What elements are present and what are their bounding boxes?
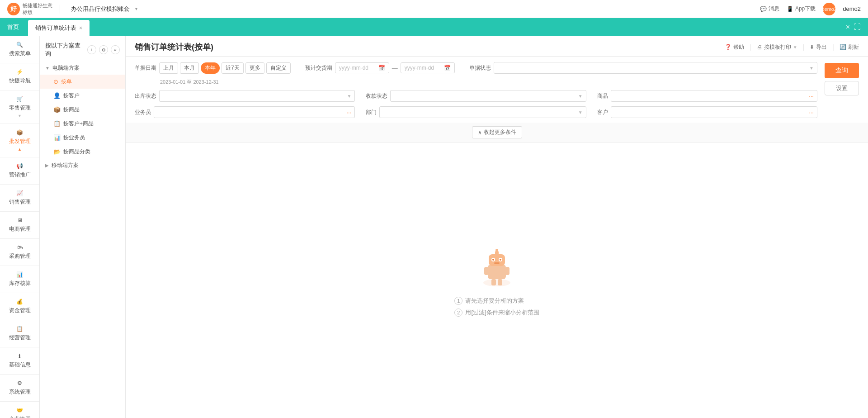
tab-bar: 首页 销售订单统计表 × × ⛶: [0, 18, 868, 36]
quick-nav-icon: ⚡: [16, 69, 23, 75]
system-icon: ⚙: [17, 380, 22, 386]
username-label: demo2: [843, 5, 861, 12]
delivery-date-end-input[interactable]: yyyy-mm-dd 📅: [401, 62, 455, 73]
tab-home[interactable]: 首页: [0, 18, 26, 36]
add-scheme-btn[interactable]: +: [87, 45, 96, 54]
print-action[interactable]: 🖨 按模板打印 ▼: [757, 43, 797, 51]
tab-close-icon[interactable]: ×: [79, 25, 82, 31]
salesperson-group: 业务员 ···: [135, 106, 355, 118]
product-input[interactable]: [611, 90, 817, 102]
sidebar-item-system[interactable]: ⚙ 系统管理: [0, 375, 39, 402]
scheme-item-by-customer-product[interactable]: 📋 按客户+商品: [40, 117, 125, 131]
scheme-item-by-product-category[interactable]: 📂 按商品分类: [40, 145, 125, 159]
help-icon: ❓: [725, 44, 731, 50]
mobile-group-label: 移动端方案: [52, 162, 79, 169]
message-action[interactable]: 💬 消息: [760, 5, 779, 13]
salesperson-ellipsis-icon[interactable]: ···: [346, 109, 351, 116]
export-icon: ⬇: [810, 44, 814, 50]
query-button[interactable]: 查询: [825, 63, 859, 78]
receipt-status-select-wrap: ▼: [390, 90, 586, 102]
pc-scheme-group: ▼ 电脑端方案 ⊙ 按单 👤 按客户 📦 按商品 📋 按客户+商品: [40, 62, 125, 159]
department-label: 部门: [366, 109, 377, 116]
date-btn-this-year[interactable]: 本年: [201, 62, 220, 74]
customer-input-wrap: ···: [611, 106, 817, 118]
tab-active[interactable]: 销售订单统计表 ×: [28, 20, 90, 36]
help-action[interactable]: ❓ 帮助: [725, 43, 744, 51]
scheme-item-by-salesperson[interactable]: 📊 按业务员: [40, 131, 125, 145]
receipt-status-select[interactable]: [390, 90, 586, 102]
product-ellipsis-icon[interactable]: ···: [809, 93, 814, 100]
app-dropdown-arrow[interactable]: ▾: [135, 6, 137, 11]
sidebar-item-marketing[interactable]: 📢 营销推广: [0, 157, 39, 185]
empty-state: 1 请先选择要分析的方案 2 用[过滤]条件来缩小分析范围: [126, 142, 868, 418]
left-filters: 单据日期 上月 本月 本年 近7天 更多 自定义: [135, 62, 817, 123]
sidebar-item-wholesale[interactable]: 📦 批发管理 ▲: [0, 124, 39, 157]
filter-section: 单据日期 上月 本月 本年 近7天 更多 自定义: [126, 57, 868, 142]
sidebar-item-enterprise[interactable]: 🤝 企业协同: [0, 402, 39, 418]
scheme-settings-btn[interactable]: ⚙: [99, 45, 108, 54]
svg-rect-4: [491, 279, 496, 285]
wholesale-arrow-icon: ▲: [18, 147, 22, 152]
settings-button[interactable]: 设置: [825, 81, 859, 95]
delivery-status-select[interactable]: [159, 90, 355, 102]
sidebar-item-quick-nav[interactable]: ⚡ 快捷导航: [0, 63, 39, 90]
tab-minimize-btn[interactable]: ×: [846, 23, 850, 31]
operation-icon: 📋: [16, 326, 23, 332]
refresh-action[interactable]: 🔄 刷新: [840, 43, 859, 51]
svg-point-9: [492, 259, 494, 261]
date-btn-last-month[interactable]: 上月: [159, 62, 178, 74]
salesperson-input[interactable]: [154, 106, 355, 118]
sidebar-item-finance[interactable]: 💰 资金管理: [0, 293, 39, 320]
mobile-scheme-group-header[interactable]: ▶ 移动端方案: [40, 159, 125, 172]
right-buttons: 查询 设置: [817, 62, 859, 95]
delivery-status-label: 出库状态: [135, 92, 156, 100]
avatar[interactable]: demo2: [823, 3, 835, 15]
main-layout: 🔍 搜索菜单 ⚡ 快捷导航 🛒 零售管理 ▼ 📦 批发管理 ▲ 📢 营销推广 📈…: [0, 36, 868, 418]
sidebar-item-operation[interactable]: 📋 经营管理: [0, 320, 39, 347]
sidebar-item-retail[interactable]: 🛒 零售管理 ▼: [0, 90, 39, 124]
divider2: |: [803, 43, 805, 51]
export-action[interactable]: ⬇ 导出: [810, 43, 827, 51]
empty-tip-2: 2 用[过滤]条件来缩小分析范围: [454, 309, 539, 317]
collapse-icon: ∧: [478, 129, 482, 136]
refresh-icon: 🔄: [840, 44, 846, 50]
scheme-item-by-order[interactable]: ⊙ 按单: [40, 75, 125, 89]
delivery-status-group: 出库状态 ▼: [135, 90, 355, 102]
department-select[interactable]: [379, 106, 586, 118]
sales-icon: 📈: [16, 190, 23, 196]
sidebar-item-sales[interactable]: 📈 销售管理: [0, 185, 39, 212]
tab-maximize-btn[interactable]: ⛶: [854, 23, 861, 31]
sidebar-item-basic[interactable]: ℹ 基础信息: [0, 347, 39, 375]
app-title: 办公用品行业模拟账套: [71, 5, 130, 13]
pc-scheme-group-header[interactable]: ▼ 电脑端方案: [40, 62, 125, 75]
svg-rect-6: [489, 254, 505, 266]
app-download-action[interactable]: 📱 App下载: [787, 5, 816, 13]
calendar-end-icon: 📅: [444, 65, 451, 71]
date-period-group: 上月 本月 本年 近7天 更多 自定义: [159, 62, 291, 74]
customer-label: 客户: [597, 109, 608, 116]
scheme-item-by-customer[interactable]: 👤 按客户: [40, 89, 125, 103]
date-btn-custom[interactable]: 自定义: [266, 62, 291, 74]
date-btn-last-7days[interactable]: 近7天: [222, 62, 244, 74]
receipt-status-label: 收款状态: [366, 92, 387, 100]
bill-status-select[interactable]: [494, 62, 817, 74]
panel-collapse-btn[interactable]: «: [111, 45, 120, 54]
date-btn-more[interactable]: 更多: [245, 62, 264, 74]
print-dropdown-icon: ▼: [793, 45, 797, 50]
sidebar-item-inventory[interactable]: 📊 库存核算: [0, 266, 39, 293]
tip-num-1: 1: [454, 297, 462, 305]
customer-ellipsis-icon[interactable]: ···: [809, 109, 814, 116]
customer-input[interactable]: [611, 106, 817, 118]
calendar-start-icon: 📅: [378, 65, 385, 71]
by-customer-product-icon: 📋: [53, 120, 61, 127]
logo-text: 畅捷通好生意 标版: [23, 2, 52, 15]
scheme-item-by-product[interactable]: 📦 按商品: [40, 103, 125, 117]
top-bar: 好 畅捷通好生意 标版 办公用品行业模拟账套 ▾ 💬 消息 📱 App下载 de…: [0, 0, 868, 18]
sidebar-item-search[interactable]: 🔍 搜索菜单: [0, 36, 39, 63]
sidebar-item-purchase[interactable]: 🛍 采购管理: [0, 239, 39, 266]
sidebar-item-ecommerce[interactable]: 🖥 电商管理: [0, 212, 39, 239]
collapse-btn[interactable]: ∧ 收起更多条件: [472, 126, 522, 138]
date-btn-this-month[interactable]: 本月: [180, 62, 199, 74]
empty-illustration: [474, 244, 519, 290]
delivery-date-start-input[interactable]: yyyy-mm-dd 📅: [335, 62, 389, 73]
